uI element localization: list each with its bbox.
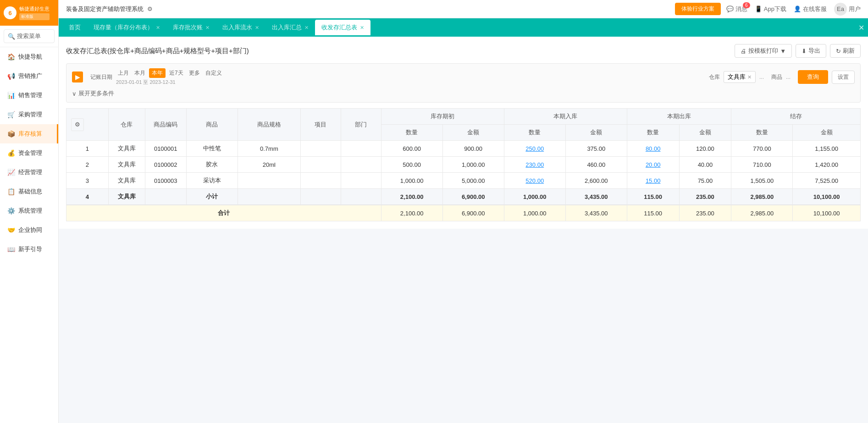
row-dept bbox=[341, 189, 381, 205]
row-open-amt: 900.00 bbox=[442, 141, 504, 157]
row-out-amt: 40.00 bbox=[679, 157, 731, 173]
export-button[interactable]: ⬇ 导出 bbox=[796, 44, 826, 58]
date-filter-label: 记账日期 bbox=[90, 73, 112, 81]
row-spec bbox=[238, 173, 301, 189]
row-name: 小计 bbox=[186, 189, 238, 205]
sidebar: 6 畅捷通好生意 标准版 🔍 搜索菜单 🏠 快捷导航 📢 营销推广 📊 销售管理… bbox=[0, 0, 59, 423]
sidebar-item-guide[interactable]: 📖 新手引导 bbox=[0, 240, 58, 259]
sidebar-item-base-info[interactable]: 📋 基础信息 bbox=[0, 182, 58, 201]
expand-conditions-button[interactable]: ∨ 展开更多条件 bbox=[72, 89, 855, 98]
footer-close-amt: 10,100.00 bbox=[793, 205, 861, 221]
footer-out-qty: 115.00 bbox=[627, 205, 679, 221]
sidebar-item-enterprise[interactable]: 🤝 企业协同 bbox=[0, 220, 58, 240]
footer-in-amt: 3,435.00 bbox=[565, 205, 627, 221]
trial-button[interactable]: 体验行业方案 bbox=[675, 3, 721, 15]
row-in-amt: 2,600.00 bbox=[565, 173, 627, 189]
user-menu-button[interactable]: Ea 用户 bbox=[834, 3, 861, 16]
search-menu-button[interactable]: 🔍 搜索菜单 bbox=[4, 29, 55, 43]
row-open-amt: 5,000.00 bbox=[442, 173, 504, 189]
row-in-amt: 375.00 bbox=[565, 141, 627, 157]
row-project bbox=[300, 189, 341, 205]
tab-batch-ledger[interactable]: 库存批次账 ✕ bbox=[166, 20, 216, 35]
filter-settings-button[interactable]: 设置 bbox=[832, 71, 855, 84]
settings-gear-icon[interactable]: ⚙ bbox=[147, 5, 153, 12]
row-dept bbox=[341, 157, 381, 173]
col-project-header: 项目 bbox=[300, 109, 341, 141]
system-title: 装备及固定资产辅助管理系统 bbox=[66, 5, 144, 13]
table-settings-icon[interactable]: ⚙ bbox=[71, 118, 84, 131]
row-close-amt: 1,155.00 bbox=[793, 141, 861, 157]
sub-close-qty: 数量 bbox=[731, 125, 793, 141]
warehouse-tag-close[interactable]: ✕ bbox=[747, 74, 752, 80]
col-spec-header: 商品规格 bbox=[238, 109, 301, 141]
row-spec: 0.7mm bbox=[238, 141, 301, 157]
print-template-button[interactable]: 🖨 按模板打印 ▼ bbox=[735, 44, 792, 58]
row-out-qty[interactable]: 15.00 bbox=[627, 173, 679, 189]
sidebar-item-finance[interactable]: 💰 资金管理 bbox=[0, 143, 58, 163]
row-in-qty[interactable]: 520.00 bbox=[504, 173, 565, 189]
row-out-qty[interactable]: 80.00 bbox=[627, 141, 679, 157]
tab-close-recv-send[interactable]: ✕ bbox=[360, 25, 364, 31]
row-warehouse: 文具库 bbox=[108, 157, 145, 173]
table-footer-row: 合计 2,100.00 6,900.00 1,000.00 3,435.00 1… bbox=[66, 205, 861, 221]
tab-bar-close-button[interactable]: ✕ bbox=[858, 23, 864, 32]
row-no: 3 bbox=[66, 173, 109, 189]
date-btn-this-year[interactable]: 本年 bbox=[149, 68, 166, 78]
online-service-button[interactable]: 👤 在线客服 bbox=[794, 5, 827, 13]
print-icon: 🖨 bbox=[741, 48, 746, 55]
tab-home[interactable]: 首页 bbox=[62, 20, 87, 35]
row-spec bbox=[238, 189, 301, 205]
col-warehouse-header: 仓库 bbox=[108, 109, 145, 141]
tab-flow[interactable]: 出入库流水 ✕ bbox=[216, 20, 265, 35]
footer-close-qty: 2,985.00 bbox=[731, 205, 793, 221]
sidebar-nav: 🏠 快捷导航 📢 营销推广 📊 销售管理 🛒 采购管理 📦 库存核算 💰 资金管… bbox=[0, 47, 58, 423]
date-btn-this-month[interactable]: 本月 bbox=[133, 68, 147, 78]
query-button[interactable]: 查询 bbox=[798, 70, 828, 84]
tab-close-flow[interactable]: ✕ bbox=[255, 25, 259, 31]
row-in-qty[interactable]: 250.00 bbox=[504, 141, 565, 157]
tab-close-summary[interactable]: ✕ bbox=[304, 25, 309, 31]
filter-expand-arrow[interactable]: ▶ bbox=[72, 71, 83, 82]
sidebar-item-marketing[interactable]: 📢 营销推广 bbox=[0, 66, 58, 86]
message-button[interactable]: 💬 消息 6 bbox=[726, 5, 747, 13]
user-avatar: Ea bbox=[834, 3, 847, 16]
tab-inventory-dist[interactable]: 现存量（库存分布表） ✕ bbox=[87, 20, 166, 35]
tab-recv-send[interactable]: 收发存汇总表 ✕ bbox=[315, 20, 370, 35]
row-spec: 20ml bbox=[238, 157, 301, 173]
tab-close-batch-ledger[interactable]: ✕ bbox=[205, 25, 210, 31]
date-btn-7days[interactable]: 近7天 bbox=[167, 68, 185, 78]
content-inner: 收发存汇总表(按仓库+商品编码+商品+规格型号+项目+部门) 🖨 按模板打印 ▼… bbox=[59, 37, 868, 229]
sidebar-logo: 6 畅捷通好生意 标准版 bbox=[0, 0, 58, 26]
sidebar-item-operations[interactable]: 📈 经营管理 bbox=[0, 163, 58, 182]
row-close-amt: 1,420.00 bbox=[793, 157, 861, 173]
sidebar-item-purchase[interactable]: 🛒 采购管理 bbox=[0, 105, 58, 124]
warehouse-more-button[interactable]: ... bbox=[759, 74, 764, 80]
sidebar-item-sales[interactable]: 📊 销售管理 bbox=[0, 86, 58, 105]
row-out-amt: 75.00 bbox=[679, 173, 731, 189]
row-dept bbox=[341, 173, 381, 189]
row-warehouse: 文具库 bbox=[108, 173, 145, 189]
footer-in-qty: 1,000.00 bbox=[504, 205, 565, 221]
row-in-qty: 1,000.00 bbox=[504, 189, 565, 205]
row-close-qty: 2,985.00 bbox=[731, 189, 793, 205]
sidebar-item-quick-nav[interactable]: 🏠 快捷导航 bbox=[0, 47, 58, 66]
purchase-icon: 🛒 bbox=[7, 111, 15, 118]
goods-filter-label: 商品 bbox=[771, 73, 782, 81]
sidebar-item-system[interactable]: ⚙️ 系统管理 bbox=[0, 201, 58, 220]
refresh-button[interactable]: ↻ 刷新 bbox=[830, 44, 861, 58]
tab-summary[interactable]: 出入库汇总 ✕ bbox=[265, 20, 315, 35]
logo-icon: 6 bbox=[4, 6, 17, 19]
app-download-button[interactable]: 📱 App下载 bbox=[755, 5, 786, 13]
data-table: ⚙ 仓库 商品编码 商品 商品规格 项目 部门 库存期初 本期入库 本期出库 结… bbox=[66, 108, 861, 221]
row-in-qty[interactable]: 230.00 bbox=[504, 157, 565, 173]
row-project bbox=[300, 157, 341, 173]
date-btn-custom[interactable]: 自定义 bbox=[204, 68, 224, 78]
sidebar-item-inventory[interactable]: 📦 库存核算 bbox=[0, 124, 58, 143]
date-btn-more[interactable]: 更多 bbox=[187, 68, 202, 78]
tab-close-inventory-dist[interactable]: ✕ bbox=[156, 25, 160, 31]
system-icon: ⚙️ bbox=[7, 207, 15, 214]
row-code: 0100001 bbox=[145, 141, 186, 157]
goods-more-button[interactable]: ... bbox=[786, 74, 791, 80]
date-btn-last-month[interactable]: 上月 bbox=[116, 68, 131, 78]
row-out-qty[interactable]: 20.00 bbox=[627, 157, 679, 173]
